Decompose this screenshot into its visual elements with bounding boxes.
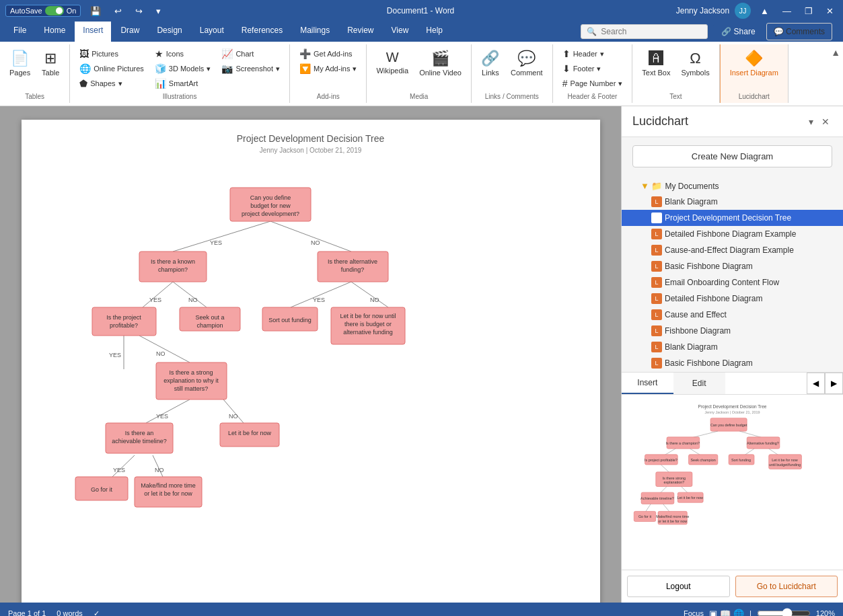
footer-button[interactable]: ⬇ Footer ▾ — [558, 62, 627, 75]
preview-svg: Project Development Decision Tree Jenny … — [622, 395, 843, 570]
save-button[interactable]: 💾 — [86, 5, 105, 17]
go-to-lucidchart-button[interactable]: Go to Lucidchart — [735, 576, 838, 597]
redo-button[interactable]: ↪ — [131, 5, 147, 17]
close-button[interactable]: ✕ — [822, 5, 838, 17]
panel-minimize-button[interactable]: ▾ — [806, 115, 816, 128]
search-icon: 🔍 — [587, 27, 597, 36]
get-addins-button[interactable]: ➕ Get Add-ins — [295, 47, 361, 61]
list-item[interactable]: L Fishbone Diagram — [622, 323, 843, 339]
minimize-button[interactable]: — — [778, 5, 795, 17]
group-header-footer: ⬆ Header ▾ ⬇ Footer ▾ # Page Number ▾ He… — [553, 44, 633, 103]
tab-insert[interactable]: Insert — [622, 373, 673, 394]
ribbon-toggle-button[interactable]: ▲ — [756, 5, 773, 17]
svg-text:project development?: project development? — [241, 210, 299, 217]
next-button[interactable]: ▶ — [825, 373, 843, 394]
svg-text:Achievable timeline?: Achievable timeline? — [640, 496, 674, 500]
customize-button[interactable]: ▾ — [152, 5, 165, 17]
text-box-icon: 🅰 — [649, 50, 663, 67]
chart-button[interactable]: 📈 Chart — [217, 47, 284, 61]
svg-line-20 — [112, 455, 135, 477]
list-item[interactable]: L Basic Fishbone Diagram — [622, 355, 843, 371]
tab-insert[interactable]: Insert — [75, 22, 111, 42]
list-item[interactable]: L Detailed Fishbone Diagram Example — [622, 226, 843, 242]
tab-view[interactable]: View — [383, 22, 417, 42]
svg-text:NO: NO — [311, 239, 320, 246]
pages-button[interactable]: 📄 Pages — [5, 47, 34, 79]
svg-text:Let it be for now until: Let it be for now until — [340, 313, 396, 319]
comments-button[interactable]: 💬 Comments — [766, 23, 832, 40]
3d-models-icon: 🧊 — [155, 63, 166, 74]
tab-layout[interactable]: Layout — [192, 22, 232, 42]
tab-edit[interactable]: Edit — [673, 373, 725, 394]
chart-icon: 📈 — [221, 48, 233, 59]
illustrations-label: Illustrations — [163, 90, 197, 100]
ribbon-collapse[interactable]: ▲ — [828, 44, 843, 103]
read-view-button[interactable]: 📖 — [720, 609, 731, 617]
autosave-toggle[interactable] — [45, 6, 64, 15]
online-pictures-button[interactable]: 🌐 Online Pictures — [75, 62, 148, 75]
list-item[interactable]: L Basic Fishbone Diagram — [622, 258, 843, 274]
create-new-diagram-button[interactable]: Create New Diagram — [632, 145, 832, 167]
text-items: 🅰 Text Box Ω Symbols — [638, 47, 713, 90]
autosave-state: On — [67, 7, 77, 15]
page-number-button[interactable]: # Page Number ▾ — [558, 77, 627, 90]
3d-models-button[interactable]: 🧊 3D Models ▾ — [151, 62, 215, 75]
zoom-slider[interactable] — [757, 608, 811, 616]
tree-item-my-documents[interactable]: ▼ 📁 My Documents — [622, 178, 843, 194]
tab-review[interactable]: Review — [339, 22, 381, 42]
wikipedia-icon: W — [386, 50, 399, 65]
header-button[interactable]: ⬆ Header ▾ — [558, 47, 627, 61]
list-item[interactable]: L Cause-and-Effect Diagram Example — [622, 242, 843, 258]
group-text: 🅰 Text Box Ω Symbols Text — [632, 44, 719, 103]
preview-area: Project Development Decision Tree Jenny … — [622, 395, 843, 570]
list-item[interactable]: L Cause and Effect — [622, 307, 843, 323]
share-button[interactable]: 🔗 Share — [713, 24, 763, 40]
shapes-button[interactable]: ⬟ Shapes ▾ — [75, 77, 148, 90]
insert-diagram-button[interactable]: 🔶 Insert Diagram — [726, 47, 782, 79]
list-item[interactable]: L Blank Diagram — [622, 194, 843, 210]
list-item[interactable]: L Email Onboarding Content Flow — [622, 274, 843, 291]
search-bar[interactable]: 🔍 — [581, 24, 708, 39]
web-view-button[interactable]: 🌐 — [733, 609, 744, 617]
tab-draw[interactable]: Draw — [112, 22, 147, 42]
my-addins-button[interactable]: 🔽 My Add-ins ▾ — [295, 62, 361, 75]
list-item[interactable]: L Detailed Fishbone Diagram — [622, 291, 843, 307]
panel-close-button[interactable]: ✕ — [819, 115, 832, 128]
text-box-button[interactable]: 🅰 Text Box — [638, 47, 674, 79]
tab-references[interactable]: References — [233, 22, 291, 42]
wikipedia-button[interactable]: W Wikipedia — [372, 47, 412, 77]
online-video-button[interactable]: 🎬 Online Video — [415, 47, 466, 79]
tab-home[interactable]: Home — [36, 22, 73, 42]
undo-button[interactable]: ↩ — [110, 5, 126, 17]
prev-button[interactable]: ◀ — [807, 373, 825, 394]
comment-button[interactable]: 💬 Comment — [507, 47, 547, 79]
links-button[interactable]: 🔗 Links — [477, 47, 504, 79]
symbols-button[interactable]: Ω Symbols — [677, 47, 713, 79]
status-left: Page 1 of 1 0 words ✓ — [8, 609, 100, 617]
item-icon: L — [651, 342, 662, 352]
list-item-selected[interactable]: L Project Development Decision Tree — [622, 210, 843, 226]
focus-button[interactable]: Focus — [684, 609, 704, 616]
svg-text:profitable?: profitable? — [109, 322, 137, 329]
list-item[interactable]: L Blank Diagram — [622, 339, 843, 355]
icons-button[interactable]: ★ Icons — [151, 47, 215, 61]
tab-file[interactable]: File — [5, 22, 34, 42]
svg-text:Is there strong: Is there strong — [663, 476, 686, 480]
tab-design[interactable]: Design — [149, 22, 190, 42]
search-input[interactable] — [601, 27, 702, 36]
svg-text:NO: NO — [156, 350, 166, 357]
smartart-button[interactable]: 📊 SmartArt — [151, 77, 215, 90]
illus-col2: ★ Icons 🧊 3D Models ▾ 📊 SmartArt — [151, 47, 215, 90]
hf-col: ⬆ Header ▾ ⬇ Footer ▾ # Page Number ▾ — [558, 47, 627, 90]
print-view-button[interactable]: ▣ — [709, 609, 717, 617]
restore-button[interactable]: ❐ — [801, 5, 817, 17]
tab-mailings[interactable]: Mailings — [292, 22, 338, 42]
icons-icon: ★ — [155, 48, 163, 59]
item-icon: L — [651, 358, 662, 369]
logout-button[interactable]: Logout — [627, 576, 730, 597]
tab-help[interactable]: Help — [418, 22, 451, 42]
table-button[interactable]: ⊞ Table — [37, 47, 64, 79]
screenshot-button[interactable]: 📷 Screenshot ▾ — [217, 62, 284, 75]
svg-text:Is there an: Is there an — [124, 430, 153, 436]
pictures-button[interactable]: 🖼 Pictures — [75, 47, 148, 61]
